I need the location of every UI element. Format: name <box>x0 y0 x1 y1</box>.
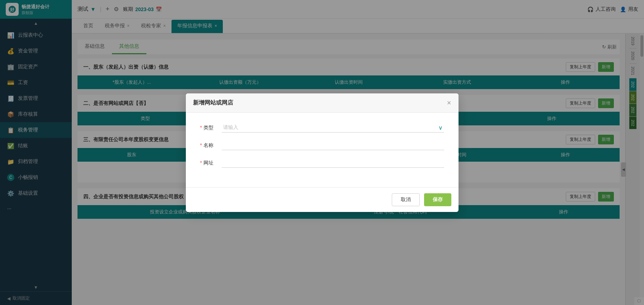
label-text: 网址 <box>203 160 213 166</box>
form-label-name: * 名称 <box>200 142 222 149</box>
type-dropdown-arrow[interactable]: ∨ <box>438 124 443 131</box>
add-website-dialog: 新增网站或网店 × * 类型 ∨ * 名称 <box>186 93 459 212</box>
label-text: 类型 <box>203 125 213 130</box>
form-label-type: * 类型 <box>200 125 222 131</box>
dialog-close-button[interactable]: × <box>447 99 451 106</box>
url-input-wrap <box>222 159 444 168</box>
name-input[interactable] <box>222 141 444 148</box>
dialog-header: 新增网站或网店 × <box>186 93 459 113</box>
label-text: 名称 <box>203 142 213 148</box>
dialog-body: * 类型 ∨ * 名称 * <box>186 113 459 187</box>
form-row-url: * 网址 <box>200 159 444 168</box>
type-input[interactable] <box>222 124 444 131</box>
dialog-title: 新增网站或网店 <box>193 99 233 107</box>
name-input-wrap <box>222 141 444 150</box>
type-input-wrap: ∨ <box>222 124 444 133</box>
url-input[interactable] <box>222 159 444 166</box>
required-star: * <box>200 125 202 130</box>
cancel-button[interactable]: 取消 <box>392 193 420 206</box>
form-label-url: * 网址 <box>200 160 222 166</box>
required-star: * <box>200 142 202 148</box>
dialog-footer: 取消 保存 <box>186 187 459 212</box>
form-row-type: * 类型 ∨ <box>200 124 444 133</box>
required-star: * <box>200 160 202 166</box>
save-button[interactable]: 保存 <box>424 193 451 206</box>
form-row-name: * 名称 <box>200 141 444 150</box>
dialog-overlay: 新增网站或网店 × * 类型 ∨ * 名称 <box>0 0 644 305</box>
